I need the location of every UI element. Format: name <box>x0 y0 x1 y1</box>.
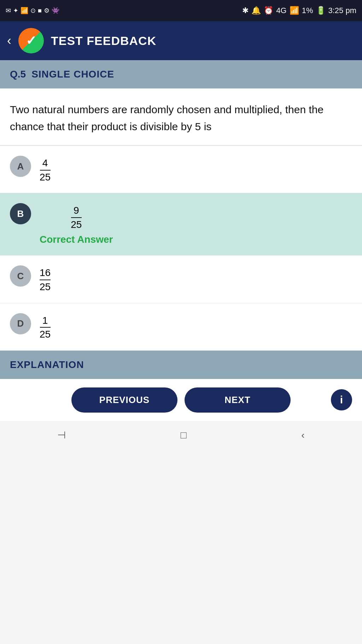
wifi-icon: ✦ <box>13 7 18 15</box>
signal-bars: 📶 <box>290 6 299 15</box>
signal-icon: 📶 <box>21 7 28 15</box>
option-b-label: B <box>10 203 31 224</box>
option-d-denominator: 25 <box>40 328 51 340</box>
option-c-fraction: 16 25 <box>40 267 51 293</box>
option-a-fraction: 4 25 <box>40 157 51 183</box>
alien-icon: 👾 <box>52 7 59 15</box>
top-bar: ‹ ✓ TEST FEEDBACK <box>0 21 362 60</box>
question-header: Q.5 SINGLE CHOICE <box>0 60 362 88</box>
logo-checkmark: ✓ <box>26 33 36 48</box>
option-d-label: D <box>10 313 31 334</box>
square-icon: ■ <box>38 7 42 15</box>
question-type: SINGLE CHOICE <box>31 69 114 80</box>
option-a-label: A <box>10 156 31 177</box>
previous-button[interactable]: PREVIOUS <box>71 387 177 413</box>
option-b-numerator: 9 <box>71 205 82 218</box>
status-icons: ✉ ✦ 📶 ⊙ ■ ⚙ 👾 <box>6 7 59 15</box>
option-b[interactable]: B 9 25 Correct Answer <box>0 193 362 255</box>
time-display: 3:25 pm <box>328 6 357 15</box>
option-a-denominator: 25 <box>40 171 51 183</box>
status-bar: ✉ ✦ 📶 ⊙ ■ ⚙ 👾 ✱ 🔔 ⏰ 4G 📶 1% 🔋 3:25 pm <box>0 0 362 21</box>
clock-icon: ⊙ <box>30 7 36 15</box>
option-d[interactable]: D 1 25 <box>0 303 362 351</box>
explanation-title: EXPLANATION <box>10 359 84 370</box>
network-icon: 4G <box>276 6 286 15</box>
option-d-numerator: 1 <box>40 315 51 328</box>
option-a-numerator: 4 <box>40 157 51 171</box>
explanation-section: EXPLANATION <box>0 351 362 379</box>
question-text: Two natural numbers are randomly chosen … <box>10 101 352 135</box>
correct-answer-label: Correct Answer <box>40 234 113 245</box>
option-d-fraction: 1 25 <box>40 315 51 340</box>
recent-apps-icon[interactable]: ⊣ <box>57 429 66 441</box>
back-button[interactable]: ‹ <box>7 33 11 48</box>
battery-percent: 1% <box>302 6 313 15</box>
option-b-content: 9 25 Correct Answer <box>40 203 113 245</box>
option-c-numerator: 16 <box>40 267 51 280</box>
option-b-fraction: 9 25 <box>40 205 113 230</box>
question-body: Two natural numbers are randomly chosen … <box>0 88 362 146</box>
question-number: Q.5 <box>10 69 26 80</box>
info-button[interactable]: i <box>331 389 352 410</box>
android-icon: ⚙ <box>44 7 49 15</box>
option-c-label: C <box>10 265 31 287</box>
back-nav-icon[interactable]: ‹ <box>301 430 304 441</box>
alarm-icon: ⏰ <box>264 6 273 15</box>
bottom-nav: PREVIOUS NEXT i <box>0 379 362 421</box>
home-icon[interactable]: □ <box>181 430 187 441</box>
option-c[interactable]: C 16 25 <box>0 255 362 303</box>
battery-icon: 🔋 <box>316 6 326 15</box>
options-container: A 4 25 B 9 25 Correct Answer C 16 25 <box>0 146 362 351</box>
option-a[interactable]: A 4 25 <box>0 146 362 193</box>
mail-icon: ✉ <box>6 7 11 15</box>
volume-icon: 🔔 <box>251 6 261 15</box>
option-a-content: 4 25 <box>40 156 51 183</box>
bluetooth-icon: ✱ <box>242 6 249 15</box>
page-title: TEST FEEDBACK <box>51 34 156 48</box>
next-button[interactable]: NEXT <box>185 387 291 413</box>
option-d-content: 1 25 <box>40 313 51 340</box>
option-b-denominator: 25 <box>71 218 82 231</box>
app-logo: ✓ <box>18 28 44 53</box>
android-nav-bar: ⊣ □ ‹ <box>0 421 362 453</box>
option-c-denominator: 25 <box>40 280 51 293</box>
option-c-content: 16 25 <box>40 265 51 293</box>
status-right: ✱ 🔔 ⏰ 4G 📶 1% 🔋 3:25 pm <box>242 6 356 15</box>
